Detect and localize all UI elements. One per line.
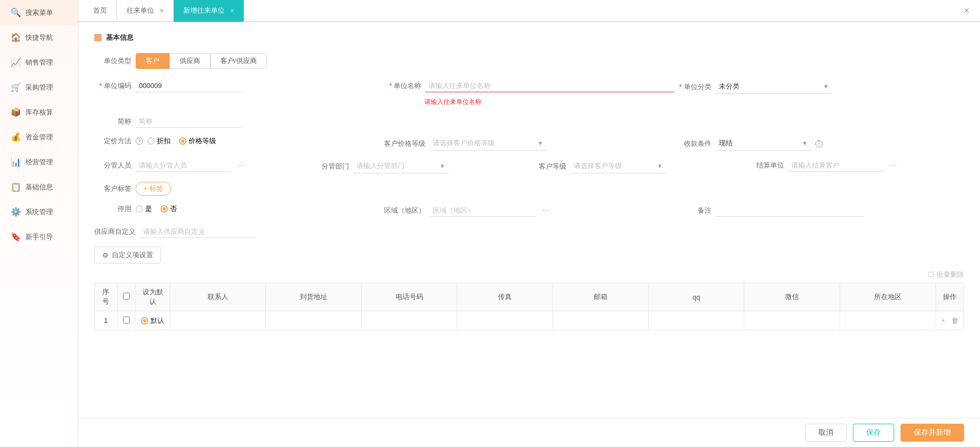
customer-level-arrow: ▼ (657, 163, 663, 169)
pricing-level-circle (179, 137, 186, 145)
department-select[interactable]: 请输入分管部门 ▼ (353, 159, 449, 173)
supplier-custom-input[interactable] (140, 225, 256, 238)
remark-input[interactable] (716, 204, 864, 217)
region-more-icon[interactable]: ··· (540, 206, 551, 215)
save-new-button[interactable]: 保存并新增 (901, 424, 964, 442)
pricing-radio-discount[interactable]: 折扣 (147, 136, 171, 146)
unit-code-label: 单位编码 (94, 81, 131, 91)
tab-partners-close[interactable]: × (159, 6, 164, 15)
short-name-input[interactable] (136, 115, 242, 128)
tab-home[interactable]: 首页 (84, 0, 117, 22)
unit-type-btn-customer[interactable]: 客户 (136, 53, 170, 69)
tags-label: 客户标签 (94, 184, 131, 194)
row-qq-input[interactable] (654, 314, 739, 327)
finance-icon: 💰 (11, 132, 21, 142)
table-header: 序号 设为默认 联系人 到货地址 电话号码 传真 邮箱 qq 微信 所在地区 操… (95, 283, 964, 311)
unit-type-btn-supplier[interactable]: 供应商 (170, 53, 210, 69)
select-all-checkbox[interactable] (123, 293, 130, 300)
customer-level-select[interactable]: 请选择客户等级 ▼ (571, 159, 666, 173)
price-level-select[interactable]: 请选择客户价格等级 ▼ (430, 136, 546, 151)
purchase-icon: 🛒 (11, 82, 21, 92)
bottom-bar: 取消 保存 保存并新增 (78, 418, 980, 447)
form-group-unit-code: 单位编码 (94, 80, 384, 92)
row-address-input[interactable] (271, 314, 356, 327)
unit-category-select[interactable]: 未分类 ▼ (716, 80, 832, 94)
manager-more-icon[interactable]: ··· (235, 161, 246, 170)
payment-terms-select[interactable]: 现结 ▼ (716, 136, 811, 151)
tab-partners[interactable]: 往来单位 × (117, 0, 174, 22)
sidebar-item-operations[interactable]: 📊 经营管理 (0, 150, 78, 174)
form-group-tags: 客户标签 + 标签 (94, 182, 964, 196)
disabled-radio-no[interactable]: 否 (161, 204, 177, 214)
save-button[interactable]: 保存 (853, 424, 894, 442)
tab-new-partner-close[interactable]: × (230, 6, 234, 15)
unit-type-btn-both[interactable]: 客户/供应商 (210, 53, 267, 69)
custom-settings-button[interactable]: ⚙ 自定义项设置 (94, 247, 161, 264)
cancel-button[interactable]: 取消 (805, 424, 847, 442)
row-select-checkbox[interactable] (123, 317, 130, 323)
col-phone: 电话号码 (361, 283, 457, 311)
payment-terms-label: 收款条件 (674, 139, 711, 148)
region-input[interactable] (430, 204, 536, 217)
close-all-icon[interactable]: × (958, 5, 975, 16)
row-default-radio[interactable]: 默认 (141, 316, 165, 326)
form-group-pricing-method: 定价方法 ? 折扣 价格等级 (94, 136, 384, 146)
sidebar-item-purchase[interactable]: 🛒 采购管理 (0, 75, 78, 100)
pricing-help-icon[interactable]: ? (136, 137, 143, 145)
disabled-radio-yes[interactable]: 是 (136, 204, 152, 214)
row-wechat-input[interactable] (750, 314, 834, 327)
sidebar-item-guide-label: 新手引导 (25, 232, 53, 242)
sidebar-item-guide[interactable]: 🔖 新手引导 (0, 224, 78, 249)
form-row-codes: 单位编码 单位名称 请输入往来单位名称 单位分类 未分类 ▼ (94, 80, 964, 107)
form-group-customer-level: 客户等级 请选择客户等级 ▼ (529, 159, 747, 173)
tab-new-partner[interactable]: 新增往来单位 × (174, 0, 244, 22)
department-label: 分管部门 (312, 162, 349, 171)
tag-add-button[interactable]: + 标签 (136, 182, 171, 196)
col-no: 序号 (95, 283, 118, 311)
row-area-input[interactable] (845, 314, 930, 327)
col-area: 所在地区 (840, 283, 936, 311)
row-email (553, 311, 649, 330)
row-phone-input[interactable] (367, 314, 452, 327)
operations-icon: 📊 (11, 157, 21, 167)
unit-code-input[interactable] (136, 80, 242, 92)
settlement-more-icon[interactable]: ··· (888, 161, 899, 170)
custom-settings-label: 自定义项设置 (112, 250, 153, 260)
row-add-icon[interactable]: + (941, 317, 946, 325)
form-group-department: 分管部门 请输入分管部门 ▼ (312, 159, 530, 173)
row-fax-input[interactable] (462, 314, 547, 327)
manager-input[interactable] (136, 159, 231, 172)
form-row-disabled: 停用 是 否 区域（地区） ··· 备注 (94, 204, 964, 217)
col-wechat: 微信 (744, 283, 840, 311)
settlement-input[interactable] (788, 159, 884, 172)
form-row-short-name: 简称 (94, 115, 964, 128)
form-row-pricing: 定价方法 ? 折扣 价格等级 客户价格等级 请选择客户价格等级 (94, 136, 964, 151)
sidebar-item-finance[interactable]: 💰 资金管理 (0, 125, 78, 150)
unit-name-input[interactable] (425, 80, 674, 92)
payment-help-icon[interactable]: ? (815, 140, 823, 147)
sidebar: 🔍 搜索菜单 🏠 快捷导航 📈 销售管理 🛒 采购管理 📦 库存核算 💰 资金管… (0, 0, 78, 447)
sidebar-item-quick-nav[interactable]: 🏠 快捷导航 (0, 25, 78, 50)
sidebar-item-sales[interactable]: 📈 销售管理 (0, 50, 78, 75)
department-placeholder: 请输入分管部门 (357, 161, 405, 171)
sidebar-item-basic-info[interactable]: 📋 基础信息 (0, 174, 78, 199)
section-icon (94, 34, 102, 41)
row-delete-icon[interactable]: 🗑 (951, 317, 958, 325)
form-group-unit-type: 单位类型 客户 供应商 客户/供应商 (94, 53, 964, 69)
sales-icon: 📈 (11, 57, 21, 67)
form-row-tags: 客户标签 + 标签 (94, 182, 964, 196)
pricing-radio-level[interactable]: 价格等级 (179, 136, 216, 146)
sidebar-item-system[interactable]: ⚙️ 系统管理 (0, 199, 78, 224)
row-contact-input[interactable] (175, 314, 260, 327)
unit-name-label: 单位名称 (384, 81, 421, 91)
sidebar-item-purchase-label: 采购管理 (25, 83, 53, 92)
pricing-discount-label: 折扣 (157, 136, 171, 146)
row-email-input[interactable] (558, 314, 643, 327)
batch-delete-button[interactable]: ☐ 批量删除 (94, 270, 964, 279)
row-wechat (744, 311, 840, 330)
col-qq: qq (648, 283, 744, 311)
form-group-remark: 备注 (674, 204, 964, 217)
customer-level-placeholder: 请选择客户等级 (574, 161, 622, 171)
sidebar-item-search[interactable]: 🔍 搜索菜单 (0, 0, 78, 25)
sidebar-item-inventory[interactable]: 📦 库存核算 (0, 100, 78, 125)
